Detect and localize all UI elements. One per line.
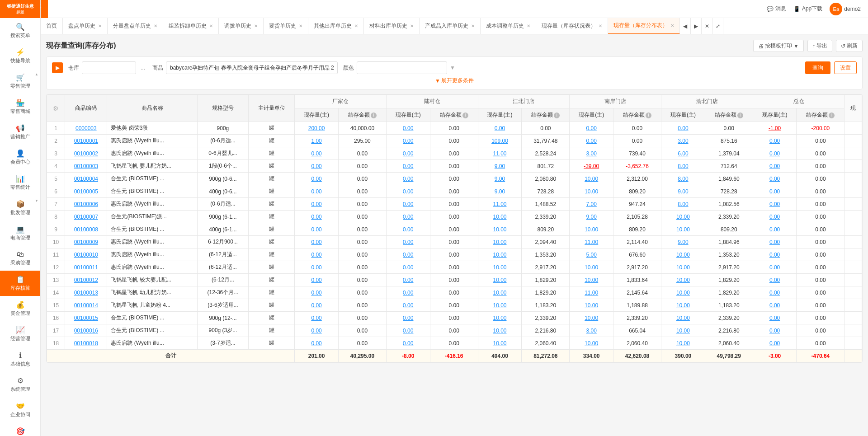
row-lc-qty[interactable]: 0.00 — [386, 211, 430, 223]
sidebar-item-ecommerce[interactable]: 💻 电商管理 — [0, 220, 40, 246]
row-lc-qty[interactable]: 0.00 — [386, 248, 430, 261]
row-cf-qty[interactable]: 0.00 — [295, 173, 339, 185]
zc-amt-info-icon[interactable]: i — [829, 113, 835, 118]
row-zc-qty[interactable]: 0.00 — [753, 223, 797, 236]
tab-close-inventory-check[interactable]: ✕ — [98, 23, 102, 28]
sidebar-item-inventory[interactable]: 📋 库存核算 — [0, 271, 40, 296]
tab-material-out[interactable]: 材料出库单历史 ✕ — [364, 18, 420, 34]
row-cf-qty[interactable]: 0.00 — [295, 160, 339, 173]
row-yb-qty[interactable]: 10.00 — [661, 324, 705, 337]
row-yb-qty[interactable]: 0.00 — [661, 122, 705, 135]
row-code[interactable]: 00100005 — [65, 185, 107, 198]
row-cf-qty[interactable]: 0.00 — [295, 274, 339, 286]
row-zc-qty[interactable]: 0.00 — [753, 324, 797, 337]
tab-product-in[interactable]: 产成品入库单历史 ✕ — [420, 18, 481, 34]
row-jb-qty[interactable]: 10.00 — [478, 274, 522, 286]
lc-amt-info-icon[interactable]: i — [462, 113, 468, 118]
row-jb-qty[interactable]: 10.00 — [478, 312, 522, 324]
cf-amt-info-icon[interactable]: i — [371, 113, 377, 118]
row-na-qty[interactable]: 10.00 — [570, 299, 613, 312]
sidebar-item-basic[interactable]: ℹ 基础信息 — [0, 347, 40, 372]
na-amt-info-icon[interactable]: i — [646, 113, 651, 118]
row-na-qty[interactable]: 10.00 — [570, 312, 613, 324]
row-yb-qty[interactable]: 10.00 — [661, 211, 705, 223]
tab-close-transfer[interactable]: ✕ — [254, 23, 258, 28]
print-btn[interactable]: 🖨 按模板打印 ▼ — [753, 40, 804, 52]
row-code[interactable]: 00100013 — [65, 286, 107, 299]
row-zc-qty[interactable]: 0.00 — [753, 274, 797, 286]
sidebar-item-purchase[interactable]: 🛍 采购管理 — [0, 246, 40, 271]
row-jb-qty[interactable]: 9.00 — [478, 160, 522, 173]
row-jb-qty[interactable]: 10.00 — [478, 324, 522, 337]
export-btn[interactable]: ↑ 导出 — [807, 40, 832, 52]
row-na-qty[interactable]: 0.00 — [570, 122, 613, 135]
row-lc-qty[interactable]: 0.00 — [386, 236, 430, 248]
row-jb-qty[interactable]: 10.00 — [478, 286, 522, 299]
row-zc-qty[interactable]: 0.00 — [753, 248, 797, 261]
sidebar-item-operations[interactable]: 📈 经营管理 — [0, 321, 40, 347]
row-na-qty[interactable]: 10.00 — [570, 173, 613, 185]
row-jb-qty[interactable]: 10.00 — [478, 223, 522, 236]
row-lc-qty[interactable]: 0.00 — [386, 324, 430, 337]
row-code[interactable]: 00100001 — [65, 135, 107, 147]
sidebar-item-retail-stats[interactable]: 📊 零售统计 — [0, 170, 40, 195]
sidebar-item-nav[interactable]: ⚡ 快捷导航 — [0, 43, 40, 69]
row-zc-qty[interactable]: 0.00 — [753, 299, 797, 312]
row-yb-qty[interactable]: 10.00 — [661, 312, 705, 324]
color-input[interactable] — [357, 61, 447, 74]
yb-amt-info-icon[interactable]: i — [737, 113, 743, 118]
row-lc-qty[interactable]: 0.00 — [386, 286, 430, 299]
tab-close-material-out[interactable]: ✕ — [410, 23, 414, 28]
user-area[interactable]: Ea demo2 — [830, 3, 861, 15]
row-yb-qty[interactable]: 10.00 — [661, 248, 705, 261]
row-zc-qty[interactable]: 0.00 — [753, 211, 797, 223]
row-zc-qty[interactable]: 0.00 — [753, 236, 797, 248]
color-dropdown-icon[interactable]: ▼ — [450, 65, 455, 71]
tab-close-sub-inventory[interactable]: ✕ — [154, 23, 157, 28]
query-btn[interactable]: 查询 — [805, 61, 830, 74]
row-yb-qty[interactable]: 10.00 — [661, 286, 705, 299]
sidebar-item-member[interactable]: 👤 会员中心 — [0, 145, 40, 170]
row-yb-qty[interactable]: 6.00 — [661, 147, 705, 160]
warehouse-input[interactable] — [82, 61, 136, 74]
row-code[interactable]: 00100007 — [65, 211, 107, 223]
jb-amt-info-icon[interactable]: i — [554, 113, 560, 118]
row-zc-qty[interactable]: 0.00 — [753, 337, 797, 350]
row-cf-qty[interactable]: 0.00 — [295, 236, 339, 248]
row-cf-qty[interactable]: 0.00 — [295, 337, 339, 350]
row-yb-qty[interactable]: 10.00 — [661, 274, 705, 286]
row-jb-qty[interactable]: 0.00 — [478, 122, 522, 135]
tab-stock-dist[interactable]: 现存量（库存分布表） ✕ — [608, 18, 680, 34]
row-code[interactable]: 00100016 — [65, 324, 107, 337]
sidebar-item-marketing[interactable]: 📢 营销推广 — [0, 119, 40, 145]
row-cf-qty[interactable]: 0.00 — [295, 198, 339, 211]
message-btn[interactable]: 💬 消息 — [767, 5, 786, 13]
row-code[interactable]: 0000003 — [65, 122, 107, 135]
row-code[interactable]: 00100003 — [65, 160, 107, 173]
row-na-qty[interactable]: 10.00 — [570, 223, 613, 236]
tab-assemble[interactable]: 组装拆卸单历史 ✕ — [163, 18, 219, 34]
row-code[interactable]: 00100002 — [65, 147, 107, 160]
row-jb-qty[interactable]: 10.00 — [478, 248, 522, 261]
row-cf-qty[interactable]: 0.00 — [295, 324, 339, 337]
row-zc-qty[interactable]: 0.00 — [753, 185, 797, 198]
row-code[interactable]: 00100018 — [65, 337, 107, 350]
row-na-qty[interactable]: -39.00 — [570, 160, 613, 173]
row-na-qty[interactable]: 9.00 — [570, 211, 613, 223]
row-lc-qty[interactable]: 0.00 — [386, 274, 430, 286]
row-code[interactable]: 00100004 — [65, 173, 107, 185]
col-gear[interactable]: ⚙ — [47, 95, 65, 122]
row-yb-qty[interactable]: 8.00 — [661, 173, 705, 185]
row-lc-qty[interactable]: 0.00 — [386, 337, 430, 350]
row-cf-qty[interactable]: 0.00 — [295, 299, 339, 312]
row-jb-qty[interactable]: 10.00 — [478, 211, 522, 223]
row-jb-qty[interactable]: 10.00 — [478, 299, 522, 312]
row-yb-qty[interactable]: 9.00 — [661, 185, 705, 198]
row-jb-qty[interactable]: 10.00 — [478, 236, 522, 248]
refresh-btn[interactable]: ↺ 刷新 — [836, 40, 863, 52]
tab-expand-btn[interactable]: ⤢ — [712, 18, 723, 34]
tab-sub-inventory[interactable]: 分量盘点单历史 ✕ — [108, 18, 163, 34]
row-zc-qty[interactable]: 0.00 — [753, 160, 797, 173]
row-code[interactable]: 00100010 — [65, 248, 107, 261]
sidebar-item-guide[interactable]: 🎯 新手引导 — [0, 422, 40, 436]
